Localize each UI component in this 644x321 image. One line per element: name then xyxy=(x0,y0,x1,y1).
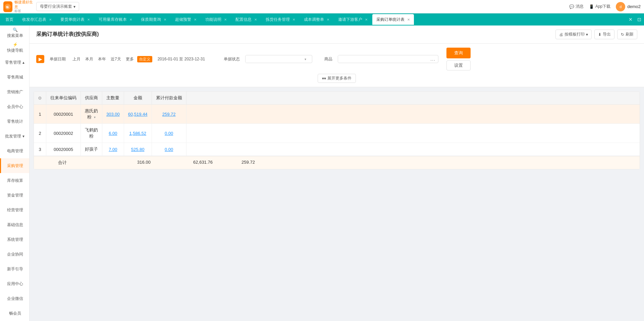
status-select-wrap[interactable]: ▾ xyxy=(245,55,312,63)
row-2-supplier: 飞鹤奶粉 xyxy=(81,124,102,143)
content-area: 采购订单统计表(按供应商) 🖨 按模板打印 ▾ ⬇ 导出 ↻ 刷新 xyxy=(30,25,644,321)
col-gear-header: ⚙ xyxy=(34,92,46,105)
sidebar-item-retail-mall[interactable]: 零售商城 xyxy=(0,70,29,85)
footer-paid: 259.72 xyxy=(223,160,273,166)
close-tab-chengben[interactable]: ✕ xyxy=(327,18,329,21)
top-bar-right: 💬 消息 📱 App下载 d demo2 xyxy=(569,2,641,11)
tab-caigou-active[interactable]: 采购订单统计表 ✕ xyxy=(372,14,414,25)
close-tab-yaohuo[interactable]: ✕ xyxy=(87,18,90,21)
gear-icon[interactable]: ⚙ xyxy=(38,96,42,101)
sidebar-item-enterprise[interactable]: 企业协同 xyxy=(0,247,29,262)
sidebar-item-wechat[interactable]: 企业微信 xyxy=(0,291,29,306)
sidebar-item-finance[interactable]: 资金管理 xyxy=(0,188,29,203)
status-select-input[interactable] xyxy=(246,55,303,63)
tab-chengben[interactable]: 成本调整单 ✕ xyxy=(300,14,333,25)
tab-chaozhu[interactable]: 超储预警 ✕ xyxy=(171,14,201,25)
sidebar-item-retail-stat[interactable]: 零售统计 xyxy=(0,114,29,129)
row-2-index: 2 xyxy=(34,124,46,143)
refresh-icon: ↻ xyxy=(621,32,624,37)
row-3-amount: 525.80 xyxy=(124,143,152,156)
template-print-btn[interactable]: 🖨 按模板打印 ▾ xyxy=(555,30,592,39)
goods-input-wrap[interactable]: … xyxy=(338,55,438,63)
tab-baozhi[interactable]: 保质期查询 ✕ xyxy=(137,14,170,25)
app-logo-text: 畅捷通好生意 标签 xyxy=(14,0,33,13)
app-download-icon: 📱 xyxy=(589,4,594,9)
sidebar-item-member[interactable]: 会员中心 xyxy=(0,99,29,114)
workspace-selector[interactable]: 母婴行业演示账套 ▾ xyxy=(36,2,79,11)
sidebar-item-operations[interactable]: 经营管理 xyxy=(0,203,29,218)
close-tab-keyongliang[interactable]: ✕ xyxy=(129,18,132,21)
close-tab-caigou[interactable]: ✕ xyxy=(407,18,410,21)
sidebar-item-search[interactable]: 🔍 搜索菜单 xyxy=(0,25,29,40)
row-2-paid: 0.00 xyxy=(152,124,186,143)
goods-input[interactable] xyxy=(338,55,429,63)
close-tab-baozhi[interactable]: ✕ xyxy=(164,18,166,21)
close-tab-gongneng[interactable]: ✕ xyxy=(224,18,227,21)
query-btn[interactable]: 查询 xyxy=(446,48,471,58)
footer-quantity: 316.00 xyxy=(105,160,183,166)
sidebar-item-quicknav[interactable]: ⚡ 快捷导航 xyxy=(0,40,29,55)
sidebar-item-basics[interactable]: 基础信息 xyxy=(0,218,29,232)
row-3-supplier: 好孩子 xyxy=(81,143,102,156)
nav-close-btn[interactable]: ✕ xyxy=(627,16,634,23)
workspace-arrow-icon: ▾ xyxy=(73,4,75,9)
tab-yaoqing[interactable]: 邀请下游客户 ✕ xyxy=(334,14,372,25)
nav-maximize-btn[interactable]: ⊡ xyxy=(636,16,643,23)
close-tab-chaozhu[interactable]: ✕ xyxy=(194,18,197,21)
sidebar-item-retail-mgmt[interactable]: 零售管理 ▲ xyxy=(0,55,29,70)
filter-row-1: ▶ 单据日期 上月 本月 本年 近7天 更多 自定义 2016-01-01 至 … xyxy=(36,48,637,70)
search-menu-icon: 🔍 xyxy=(13,28,18,32)
date-more-btn[interactable]: 更多 xyxy=(124,56,135,63)
tab-yaohuo[interactable]: 要货单统计表 ✕ xyxy=(56,14,94,25)
nav-tabs-bar: 首页 收发存汇总表 ✕ 要货单统计表 ✕ 可用量库存账本 ✕ 保质期查询 ✕ 超… xyxy=(0,13,644,25)
col-quantity-header: 主数量 xyxy=(102,92,124,105)
goods-more-icon[interactable]: … xyxy=(429,56,437,62)
page-header: 采购订单统计表(按供应商) 🖨 按模板打印 ▾ ⬇ 导出 ↻ 刷新 xyxy=(30,25,644,44)
sidebar-item-purchase[interactable]: 采购管理 xyxy=(0,158,29,173)
sidebar-item-system[interactable]: 系统管理 xyxy=(0,232,29,247)
filter-section: ▶ 单据日期 上月 本月 本年 近7天 更多 自定义 2016-01-01 至 … xyxy=(30,44,644,87)
date-custom-btn[interactable]: 自定义 xyxy=(137,56,152,62)
status-dropdown-icon[interactable]: ▾ xyxy=(303,56,308,62)
sidebar-item-app-center[interactable]: 应用中心 xyxy=(0,277,29,291)
tab-home[interactable]: 首页 xyxy=(1,14,17,25)
avatar: d xyxy=(616,2,625,11)
app-download-btn[interactable]: 📱 App下载 xyxy=(589,4,610,9)
date-last-month-btn[interactable]: 上月 xyxy=(71,56,82,63)
date-7days-btn[interactable]: 近7天 xyxy=(109,56,122,63)
sidebar-item-wholesale[interactable]: 批发管理 ▼ xyxy=(0,129,29,144)
row-1-index: 1 xyxy=(34,105,46,124)
tab-peizhi[interactable]: 配置信息 ✕ xyxy=(231,14,261,25)
refresh-btn[interactable]: ↻ 刷新 xyxy=(617,30,637,39)
export-btn[interactable]: ⬇ 导出 xyxy=(594,30,614,39)
sidebar-item-marketing[interactable]: 营销推广 xyxy=(0,85,29,99)
supplier-dropdown-icon[interactable]: ▾ xyxy=(94,115,96,119)
sidebar-item-inventory[interactable]: 库存核算 xyxy=(0,173,29,188)
nav-right-controls: ✕ ⊡ xyxy=(627,16,643,23)
close-tab-jianhuo[interactable]: ✕ xyxy=(292,18,295,21)
expand-more-btn[interactable]: ▾▾ 展开更多条件 xyxy=(318,74,356,83)
tab-gongneng[interactable]: 功能说明 ✕ xyxy=(201,14,231,25)
date-this-year-btn[interactable]: 本年 xyxy=(97,56,107,63)
sidebar-item-member2[interactable]: 畅会员 xyxy=(0,306,29,321)
status-filter-label: 单据状态 xyxy=(224,56,240,62)
filter-toggle-btn[interactable]: ▶ xyxy=(36,55,44,63)
row-1-amount: 60,519.44 xyxy=(124,105,152,124)
quicknav-icon: ⚡ xyxy=(13,42,18,47)
settings-btn[interactable]: 设置 xyxy=(446,60,471,70)
close-tab-shoufacun[interactable]: ✕ xyxy=(49,18,52,21)
close-tab-peizhi[interactable]: ✕ xyxy=(254,18,257,21)
sidebar-item-ecommerce[interactable]: 电商管理 xyxy=(0,144,29,158)
row-1-paid: 259.72 xyxy=(152,105,186,124)
tab-jianhuo[interactable]: 拣货任务管理 ✕ xyxy=(262,14,299,25)
tab-keyongliang[interactable]: 可用量库存账本 ✕ xyxy=(95,14,136,25)
date-range-display: 2016-01-01 至 2023-12-31 xyxy=(158,56,205,62)
user-menu[interactable]: d demo2 xyxy=(616,2,641,11)
col-paid-header: 累计付款金额 xyxy=(152,92,186,105)
close-tab-yaoqing[interactable]: ✕ xyxy=(365,18,368,21)
date-this-month-btn[interactable]: 本月 xyxy=(84,56,95,63)
sidebar-item-newbie[interactable]: 新手引导 xyxy=(0,262,29,277)
message-btn[interactable]: 💬 消息 xyxy=(569,4,584,9)
tab-shoufacun[interactable]: 收发存汇总表 ✕ xyxy=(18,14,56,25)
row-1-quantity: 303.00 xyxy=(102,105,124,124)
